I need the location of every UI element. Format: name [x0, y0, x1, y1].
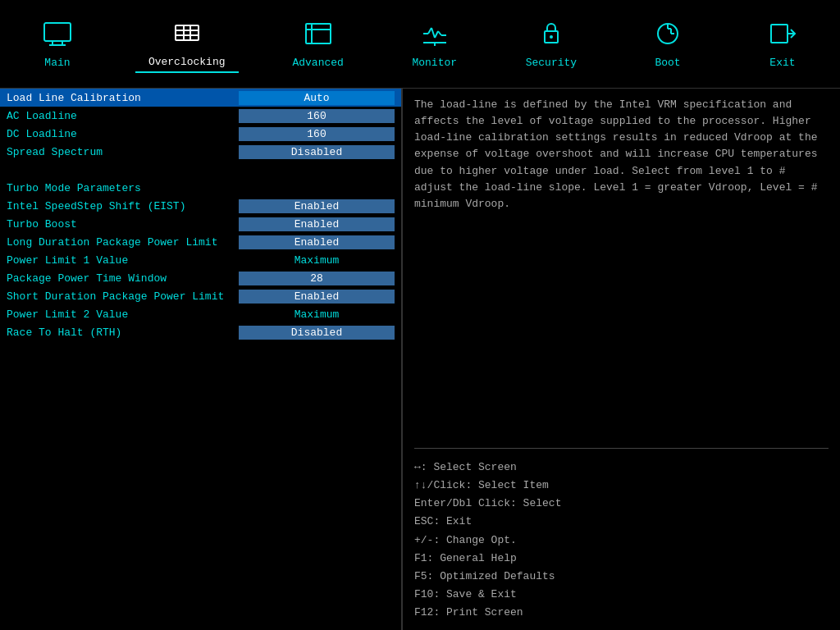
nav-security[interactable]: Security	[513, 18, 590, 72]
menu-spacer-4	[0, 161, 401, 179]
menu-item-label-dc-loadline: DC Loadline	[7, 128, 235, 140]
shortcut-4: +/-: Change Opt.	[414, 532, 829, 550]
advanced-label: Advanced	[292, 57, 343, 69]
security-icon	[536, 21, 566, 52]
menu-item-ac-loadline[interactable]: AC Loadline160	[0, 107, 401, 125]
help-text: The load-line is defined by the Intel VR…	[414, 97, 829, 438]
menu-item-race-to-halt[interactable]: Race To Halt (RTH)Disabled	[0, 323, 401, 341]
svg-line-15	[435, 31, 438, 38]
menu-item-dc-loadline[interactable]: DC Loadline160	[0, 125, 401, 143]
svg-rect-0	[44, 23, 71, 41]
overclocking-label: Overclocking	[148, 56, 226, 68]
nav-main[interactable]: Main	[21, 18, 94, 72]
boot-label: Boot	[655, 57, 680, 69]
main-label: Main	[44, 57, 70, 69]
shortcut-1: ↑↓/Click: Select Item	[414, 477, 829, 495]
menu-item-label-turbo-boost: Turbo Boost	[7, 218, 235, 231]
left-panel: Load Line CalibrationAutoAC Loadline160D…	[0, 89, 402, 630]
exit-icon	[768, 21, 797, 52]
shortcut-0: ↔: Select Screen	[414, 459, 829, 477]
right-panel: The load-line is defined by the Intel VR…	[402, 89, 840, 630]
menu-item-label-eist: Intel SpeedStep Shift (EIST)	[7, 200, 235, 212]
shortcut-2: Enter/Dbl Click: Select	[414, 495, 829, 513]
menu-item-pkg-time-window[interactable]: Package Power Time Window28	[0, 269, 401, 287]
svg-rect-9	[306, 24, 331, 43]
svg-rect-27	[771, 25, 788, 43]
monitor-icon	[420, 21, 450, 52]
exit-label: Exit	[769, 57, 795, 69]
shortcut-8: F12: Print Screen	[414, 604, 829, 622]
shortcut-7: F10: Save & Exit	[414, 586, 829, 604]
nav-overclocking[interactable]: Overclocking	[135, 17, 239, 73]
nav-monitor[interactable]: Monitor	[398, 18, 472, 72]
security-label: Security	[526, 57, 577, 69]
advanced-icon	[304, 21, 333, 52]
menu-item-value-pkg-time-window: 28	[239, 272, 395, 285]
menu-item-label-long-duration: Long Duration Package Power Limit	[7, 236, 235, 249]
menu-item-value-power-limit1: Maximum	[239, 253, 395, 267]
menu-item-long-duration[interactable]: Long Duration Package Power LimitEnabled	[0, 233, 401, 251]
menu-item-value-short-duration: Enabled	[239, 290, 395, 304]
boot-icon	[653, 21, 682, 52]
overclocking-icon	[172, 21, 202, 51]
nav-advanced[interactable]: Advanced	[279, 18, 356, 72]
menu-item-label-race-to-halt: Race To Halt (RTH)	[7, 326, 235, 339]
menu-item-label-load-line: Load Line Calibration	[7, 92, 235, 104]
menu-item-short-duration[interactable]: Short Duration Package Power LimitEnable…	[0, 287, 401, 305]
menu-item-value-turbo-boost: Enabled	[239, 217, 395, 231]
shortcut-6: F5: Optimized Defaults	[414, 568, 829, 586]
menu-item-label-pkg-time-window: Package Power Time Window	[7, 272, 235, 285]
menu-item-label-ac-loadline: AC Loadline	[7, 110, 235, 122]
monitor-label: Monitor	[412, 57, 457, 69]
menu-item-value-long-duration: Enabled	[239, 235, 395, 249]
shortcut-3: ESC: Exit	[414, 513, 829, 531]
svg-rect-4	[176, 25, 199, 40]
nav-exit[interactable]: Exit	[746, 18, 819, 72]
menu-item-label-short-duration: Short Duration Package Power Limit	[7, 290, 235, 303]
nav-boot[interactable]: Boot	[631, 18, 705, 72]
menu-item-turbo-mode[interactable]: Turbo Mode Parameters	[0, 179, 401, 197]
shortcut-list: ↔: Select Screen↑↓/Click: Select ItemEnt…	[414, 459, 829, 622]
menu-item-value-spread-spectrum: Disabled	[239, 145, 395, 159]
top-nav: Main Overclocking Advanced	[0, 0, 840, 89]
menu-item-value-race-to-halt: Disabled	[239, 326, 395, 340]
menu-item-value-power-limit2: Maximum	[239, 308, 395, 322]
divider	[414, 448, 829, 449]
menu-item-power-limit1[interactable]: Power Limit 1 ValueMaximum	[0, 251, 401, 269]
menu-item-value-load-line: Auto	[239, 91, 395, 105]
menu-item-value-dc-loadline: 160	[239, 127, 395, 141]
menu-item-label-spread-spectrum: Spread Spectrum	[7, 146, 235, 158]
svg-line-14	[431, 28, 435, 38]
shortcut-5: F1: General Help	[414, 550, 829, 568]
menu-item-value-eist: Enabled	[239, 199, 395, 213]
menu-item-eist[interactable]: Intel SpeedStep Shift (EIST)Enabled	[0, 197, 401, 215]
menu-item-label-power-limit2: Power Limit 2 Value	[7, 308, 235, 321]
main-icon	[43, 21, 72, 52]
menu-item-value-ac-loadline: 160	[239, 109, 395, 123]
main-content: Load Line CalibrationAutoAC Loadline160D…	[0, 89, 840, 630]
menu-item-spread-spectrum[interactable]: Spread SpectrumDisabled	[0, 143, 401, 161]
menu-item-label-turbo-mode: Turbo Mode Parameters	[7, 182, 395, 194]
svg-line-16	[438, 31, 441, 35]
svg-point-21	[550, 35, 553, 39]
menu-item-load-line[interactable]: Load Line CalibrationAuto	[0, 89, 401, 107]
menu-item-turbo-boost[interactable]: Turbo BoostEnabled	[0, 215, 401, 233]
menu-item-label-power-limit1: Power Limit 1 Value	[7, 254, 235, 267]
menu-item-power-limit2[interactable]: Power Limit 2 ValueMaximum	[0, 305, 401, 323]
